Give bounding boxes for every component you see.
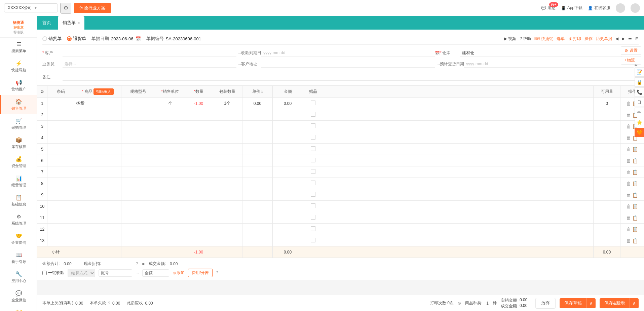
- row-unit[interactable]: [155, 121, 185, 132]
- row-gift[interactable]: [303, 189, 323, 201]
- gift-checkbox[interactable]: [311, 238, 315, 242]
- row-barcode[interactable]: [47, 235, 74, 246]
- account-dots[interactable]: ···: [136, 271, 139, 275]
- row-spec[interactable]: [121, 201, 155, 212]
- row-pkg-qty[interactable]: [212, 224, 242, 235]
- delete-icon[interactable]: 🗑: [626, 227, 631, 232]
- copy-icon[interactable]: 📋: [632, 147, 638, 152]
- doc-date-value[interactable]: 2023-06-06: [111, 36, 134, 41]
- nav-prev-btn[interactable]: ◀: [615, 36, 618, 41]
- row-gift[interactable]: [303, 109, 323, 121]
- flow-btn[interactable]: +物流: [621, 56, 641, 65]
- row-barcode[interactable]: [47, 224, 74, 235]
- row-spec[interactable]: [121, 212, 155, 224]
- sidebar-item-guide[interactable]: 📖 新手引导: [0, 248, 37, 268]
- row-unit-price[interactable]: [242, 178, 273, 189]
- sidebar-item-marketing[interactable]: 📢 营销推广: [0, 76, 37, 95]
- row-amount[interactable]: [273, 109, 303, 121]
- row-pkg-qty[interactable]: 1个: [212, 98, 242, 109]
- help-btn[interactable]: ? 帮助: [520, 36, 531, 42]
- row-product[interactable]: [74, 166, 121, 178]
- delete-icon[interactable]: 🗑: [626, 158, 631, 163]
- row-spec[interactable]: [121, 166, 155, 178]
- row-barcode[interactable]: [47, 98, 74, 109]
- row-unit-price[interactable]: [242, 166, 273, 178]
- row-unit-price[interactable]: 0.00: [242, 98, 273, 109]
- receipt-calendar-icon[interactable]: 📅: [435, 51, 440, 55]
- gift-checkbox[interactable]: [311, 203, 315, 208]
- row-barcode[interactable]: [47, 109, 74, 121]
- row-pkg-qty[interactable]: [212, 109, 242, 121]
- row-product[interactable]: [74, 235, 121, 246]
- tab-close-icon[interactable]: ×: [78, 21, 80, 25]
- row-pkg-qty[interactable]: [212, 144, 242, 155]
- add-payment-btn[interactable]: ⊕ 添加: [173, 270, 185, 276]
- gift-checkbox[interactable]: [311, 215, 315, 220]
- right-btn-edit[interactable]: ✏: [635, 108, 644, 117]
- sidebar-item-finance[interactable]: 💰 资金管理: [0, 153, 37, 172]
- row-gift[interactable]: [303, 224, 323, 235]
- row-spec[interactable]: [121, 121, 155, 132]
- video-btn[interactable]: ▶ 视频: [504, 36, 516, 42]
- row-unit-price[interactable]: [242, 224, 273, 235]
- tab-sales-order[interactable]: 销货单 ×: [58, 16, 84, 30]
- copy-icon[interactable]: 📋: [632, 204, 638, 209]
- col-settings[interactable]: ⚙: [37, 86, 47, 98]
- row-product[interactable]: [74, 189, 121, 201]
- gift-checkbox[interactable]: [311, 226, 315, 231]
- row-unit-price[interactable]: [242, 212, 273, 224]
- row-gift[interactable]: [303, 144, 323, 155]
- row-qty[interactable]: -1.00: [185, 98, 212, 109]
- delete-icon[interactable]: 🗑: [626, 101, 631, 106]
- gift-checkbox[interactable]: [311, 146, 315, 151]
- row-qty[interactable]: [185, 144, 212, 155]
- row-gift[interactable]: [303, 121, 323, 132]
- save-new-main-btn[interactable]: 保存&新增: [600, 298, 630, 308]
- delete-icon[interactable]: 🗑: [626, 192, 631, 198]
- discard-btn[interactable]: 放弃: [535, 298, 556, 309]
- salesperson-dots[interactable]: ···: [238, 62, 241, 67]
- row-qty[interactable]: [185, 212, 212, 224]
- row-barcode[interactable]: [47, 155, 74, 166]
- row-barcode[interactable]: [47, 144, 74, 155]
- grid-view-btn[interactable]: ⊞: [635, 36, 639, 41]
- save-new-arrow-btn[interactable]: ∧: [630, 298, 639, 308]
- copy-icon[interactable]: 📋: [632, 215, 638, 221]
- row-unit-price[interactable]: [242, 121, 273, 132]
- settings-icon-btn[interactable]: ⚙: [61, 3, 71, 13]
- row-pkg-qty[interactable]: [212, 178, 242, 189]
- row-qty[interactable]: [185, 166, 212, 178]
- row-qty[interactable]: [185, 235, 212, 246]
- row-gift[interactable]: [303, 98, 323, 109]
- app-download-btn[interactable]: 📱 App下载: [561, 5, 582, 11]
- row-unit[interactable]: 个: [155, 98, 185, 109]
- row-gift[interactable]: [303, 178, 323, 189]
- gift-checkbox[interactable]: [311, 158, 315, 162]
- row-unit-price[interactable]: [242, 201, 273, 212]
- row-spec[interactable]: [121, 109, 155, 121]
- row-spec[interactable]: [121, 189, 155, 201]
- row-unit-price[interactable]: [242, 144, 273, 155]
- row-amount[interactable]: [273, 178, 303, 189]
- row-pkg-qty[interactable]: [212, 121, 242, 132]
- select-order-btn[interactable]: 选单: [557, 36, 565, 42]
- row-amount[interactable]: 0.00: [273, 98, 303, 109]
- sidebar-item-basic-info[interactable]: 📋 基础信息: [0, 191, 37, 210]
- delete-icon[interactable]: 🗑: [626, 181, 631, 186]
- row-unit-price[interactable]: [242, 109, 273, 121]
- row-pkg-qty[interactable]: [212, 155, 242, 166]
- row-unit[interactable]: [155, 144, 185, 155]
- sidebar-item-shortcut[interactable]: ⚡ 快捷导航: [0, 57, 37, 76]
- copy-icon[interactable]: 📋: [632, 227, 638, 232]
- row-gift[interactable]: [303, 201, 323, 212]
- row-barcode[interactable]: [47, 189, 74, 201]
- row-unit[interactable]: [155, 178, 185, 189]
- sidebar-item-purchase[interactable]: 🛒 采购管理: [0, 114, 37, 133]
- row-unit[interactable]: [155, 109, 185, 121]
- save-draft-main-btn[interactable]: 保存草稿: [560, 298, 586, 308]
- sidebar-item-search[interactable]: ☰ 搜索菜单: [0, 38, 37, 57]
- row-spec[interactable]: [121, 235, 155, 246]
- message-icon-btn[interactable]: 💬 消息 99+: [541, 5, 556, 11]
- row-gift[interactable]: [303, 155, 323, 166]
- row-amount[interactable]: [273, 235, 303, 246]
